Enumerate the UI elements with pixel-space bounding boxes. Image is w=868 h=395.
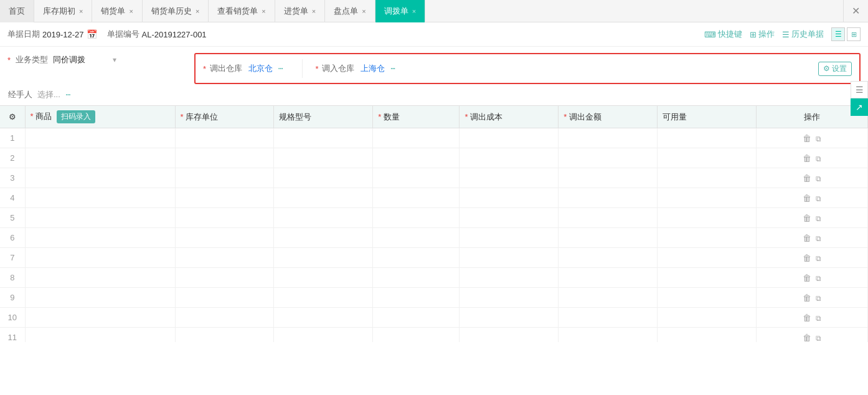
- tab-view-sales[interactable]: 查看销货单 ×: [209, 0, 275, 22]
- row-qty-2[interactable]: [373, 148, 460, 168]
- delete-icon-5[interactable]: 🗑: [803, 213, 811, 223]
- list-view-icon[interactable]: ☰: [831, 27, 845, 41]
- copy-icon-4[interactable]: ⧉: [816, 194, 821, 203]
- row-unit-7[interactable]: [175, 248, 274, 268]
- row-unit-11[interactable]: [175, 328, 274, 343]
- delete-icon-11[interactable]: 🗑: [803, 333, 811, 343]
- row-amount-10[interactable]: [559, 308, 658, 328]
- copy-icon-8[interactable]: ⧉: [816, 274, 821, 283]
- row-unit-3[interactable]: [175, 168, 274, 188]
- calendar-icon[interactable]: 📅: [87, 29, 97, 39]
- row-spec-11[interactable]: [274, 328, 373, 343]
- row-spec-5[interactable]: [274, 208, 373, 228]
- history-doc-button[interactable]: ☰ 历史单据: [782, 29, 824, 40]
- copy-icon-3[interactable]: ⧉: [816, 174, 821, 183]
- row-unit-9[interactable]: [175, 288, 274, 308]
- tab-sales-order[interactable]: 销货单 ×: [92, 0, 142, 22]
- row-amount-4[interactable]: [559, 188, 658, 208]
- row-amount-2[interactable]: [559, 148, 658, 168]
- row-product-8[interactable]: [25, 268, 175, 288]
- delete-icon-7[interactable]: 🗑: [803, 253, 811, 263]
- tab-close-sales-history[interactable]: ×: [196, 7, 199, 15]
- row-available-1[interactable]: [658, 128, 757, 148]
- row-spec-2[interactable]: [274, 148, 373, 168]
- row-unit-10[interactable]: [175, 308, 274, 328]
- tab-close-transfer-order[interactable]: ×: [412, 7, 416, 15]
- row-qty-10[interactable]: [373, 308, 460, 328]
- biz-type-dropdown[interactable]: ▾: [108, 53, 121, 67]
- row-qty-9[interactable]: [373, 288, 460, 308]
- row-unit-4[interactable]: [175, 188, 274, 208]
- row-amount-6[interactable]: [559, 228, 658, 248]
- row-available-7[interactable]: [658, 248, 757, 268]
- row-amount-11[interactable]: [559, 328, 658, 343]
- delete-icon-10[interactable]: 🗑: [803, 313, 811, 323]
- row-spec-7[interactable]: [274, 248, 373, 268]
- row-cost-5[interactable]: [460, 208, 559, 228]
- row-unit-8[interactable]: [175, 268, 274, 288]
- tab-home[interactable]: 首页: [0, 0, 34, 22]
- row-amount-8[interactable]: [559, 268, 658, 288]
- grid-view-icon[interactable]: ⊞: [847, 27, 861, 41]
- row-spec-8[interactable]: [274, 268, 373, 288]
- delete-icon-4[interactable]: 🗑: [803, 193, 811, 203]
- row-spec-10[interactable]: [274, 308, 373, 328]
- row-cost-3[interactable]: [460, 168, 559, 188]
- row-cost-10[interactable]: [460, 308, 559, 328]
- row-available-11[interactable]: [658, 328, 757, 343]
- row-amount-7[interactable]: [559, 248, 658, 268]
- row-qty-3[interactable]: [373, 168, 460, 188]
- row-product-5[interactable]: [25, 208, 175, 228]
- window-close-button[interactable]: ✕: [843, 0, 868, 22]
- row-cost-2[interactable]: [460, 148, 559, 168]
- copy-icon-11[interactable]: ⧉: [816, 334, 821, 343]
- copy-icon-6[interactable]: ⧉: [816, 234, 821, 243]
- row-cost-6[interactable]: [460, 228, 559, 248]
- row-qty-6[interactable]: [373, 228, 460, 248]
- operator-more[interactable]: ···: [65, 89, 70, 100]
- row-spec-1[interactable]: [274, 128, 373, 148]
- row-available-5[interactable]: [658, 208, 757, 228]
- tab-close-view-sales[interactable]: ×: [262, 7, 265, 15]
- delete-icon-3[interactable]: 🗑: [803, 173, 811, 183]
- row-available-6[interactable]: [658, 228, 757, 248]
- tab-transfer-order[interactable]: 调拨单 ×: [375, 0, 425, 22]
- copy-icon-7[interactable]: ⧉: [816, 254, 821, 263]
- row-product-11[interactable]: [25, 328, 175, 343]
- row-qty-8[interactable]: [373, 268, 460, 288]
- row-cost-11[interactable]: [460, 328, 559, 343]
- delete-icon-9[interactable]: 🗑: [803, 293, 811, 303]
- row-unit-2[interactable]: [175, 148, 274, 168]
- sidebar-expand-icon[interactable]: ↗: [851, 98, 868, 116]
- tab-inventory-init[interactable]: 库存期初 ×: [34, 0, 92, 22]
- in-warehouse-value[interactable]: 上海仓: [361, 63, 385, 74]
- scan-barcode-button[interactable]: 扫码录入: [57, 110, 95, 123]
- row-product-4[interactable]: [25, 188, 175, 208]
- row-qty-5[interactable]: [373, 208, 460, 228]
- row-amount-5[interactable]: [559, 208, 658, 228]
- row-available-4[interactable]: [658, 188, 757, 208]
- row-unit-6[interactable]: [175, 228, 274, 248]
- row-unit-1[interactable]: [175, 128, 274, 148]
- row-unit-5[interactable]: [175, 208, 274, 228]
- row-qty-4[interactable]: [373, 188, 460, 208]
- row-cost-1[interactable]: [460, 128, 559, 148]
- row-available-3[interactable]: [658, 168, 757, 188]
- delete-icon-1[interactable]: 🗑: [803, 133, 811, 143]
- row-qty-11[interactable]: [373, 328, 460, 343]
- row-spec-6[interactable]: [274, 228, 373, 248]
- row-available-2[interactable]: [658, 148, 757, 168]
- tab-purchase-order[interactable]: 进货单 ×: [275, 0, 325, 22]
- row-qty-1[interactable]: [373, 128, 460, 148]
- out-warehouse-more[interactable]: ···: [278, 63, 282, 74]
- shortcut-key-button[interactable]: ⌨ 快捷键: [704, 29, 742, 40]
- out-warehouse-value[interactable]: 北京仓: [248, 63, 273, 74]
- tab-close-sales-order[interactable]: ×: [129, 7, 133, 15]
- row-amount-1[interactable]: [559, 128, 658, 148]
- row-product-3[interactable]: [25, 168, 175, 188]
- sidebar-doc-icon[interactable]: ☰: [851, 81, 868, 98]
- operator-select[interactable]: 选择...: [37, 89, 60, 100]
- delete-icon-8[interactable]: 🗑: [803, 273, 811, 283]
- row-spec-4[interactable]: [274, 188, 373, 208]
- row-cost-4[interactable]: [460, 188, 559, 208]
